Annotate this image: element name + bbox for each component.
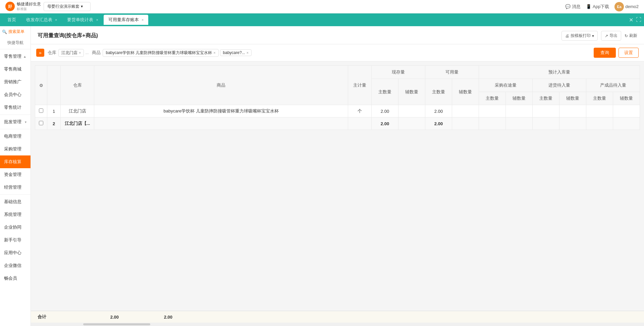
sidebar-item-vip[interactable]: 畅会员 bbox=[0, 272, 31, 285]
product-tag-1[interactable]: babycare?... × bbox=[220, 49, 252, 56]
user-area[interactable]: Ea demo2 bbox=[614, 2, 639, 11]
logo-icon: 好 bbox=[5, 2, 15, 11]
sidebar-item-marketing[interactable]: 营销推广 bbox=[0, 76, 31, 88]
sidebar-item-retail-mgmt[interactable]: 零售管理 ▲ bbox=[0, 50, 31, 63]
cell-unit: 个 bbox=[348, 105, 372, 118]
sidebar-search-label: 搜索菜单 bbox=[8, 29, 24, 35]
top-bar: 好 畅捷通好生意 标准版 母婴行业演示账套 ▾ 💬 消息 📱 App下载 Ea … bbox=[0, 0, 644, 13]
sidebar-item-ecommerce-label: 电商管理 bbox=[4, 133, 21, 139]
sidebar-item-member[interactable]: 会员中心 bbox=[0, 88, 31, 101]
download-btn[interactable]: 📱 App下载 bbox=[586, 4, 609, 10]
tab-order-stat[interactable]: 要货单统计表 × bbox=[62, 15, 103, 25]
tab-order-stat-label: 要货单统计表 bbox=[67, 17, 93, 23]
sidebar-item-ecommerce[interactable]: 电商管理 bbox=[0, 130, 31, 143]
sidebar-item-purchase[interactable]: 采购管理 bbox=[0, 143, 31, 155]
sidebar-item-enterprise[interactable]: 企业协同 bbox=[0, 221, 31, 234]
cell-purchase-aux bbox=[506, 105, 533, 118]
tab-receive-pay[interactable]: 收发存汇总表 × bbox=[21, 15, 62, 25]
sidebar-item-operations[interactable]: 经营管理 bbox=[0, 181, 31, 194]
th-settings[interactable]: ⚙ bbox=[35, 66, 47, 105]
table-row: 2 江北门店【... 2.00 2.00 bbox=[35, 118, 640, 130]
cell-checkbox-2[interactable] bbox=[35, 118, 47, 130]
settings-btn[interactable]: 设置 bbox=[619, 48, 639, 58]
sidebar-quick-nav[interactable]: 快捷导航 bbox=[0, 37, 31, 48]
cell-incoming-aux-2 bbox=[559, 118, 586, 130]
sidebar-item-inventory-label: 库存核算 bbox=[4, 159, 21, 165]
th-incoming-main: 主数量 bbox=[533, 92, 559, 105]
product-tag-0[interactable]: babycare学饮杯 儿童防摔防撞吸管杯重力球吸嘴杯宝宝水杯 × bbox=[103, 49, 218, 57]
industry-select[interactable]: 母婴行业演示账套 ▾ bbox=[44, 2, 91, 11]
sidebar-item-app-center[interactable]: 应用中心 bbox=[0, 246, 31, 259]
sidebar-item-newbie-label: 新手引导 bbox=[4, 237, 21, 243]
warehouse-tag-0[interactable]: 江北门店 × bbox=[58, 49, 84, 57]
th-product-in-main: 主数量 bbox=[586, 92, 613, 105]
sidebar-item-newbie[interactable]: 新手引导 bbox=[0, 234, 31, 246]
refresh-label: 刷新 bbox=[629, 33, 637, 39]
tab-avail-inv-close[interactable]: × bbox=[142, 18, 144, 22]
warehouse-filter-group: 仓库 江北门店 × ... bbox=[48, 49, 89, 57]
cell-incoming-main-2 bbox=[533, 118, 559, 130]
sidebar-quick-nav-label: 快捷导航 bbox=[7, 40, 23, 45]
logo-sub: 标准版 bbox=[17, 7, 41, 11]
content: 可用量查询(按仓库+商品) 🖨 按模板打印 ▾ ↗ 导出 ↻ 刷新 bbox=[31, 26, 644, 326]
footer-stock-main: 2.00 bbox=[92, 315, 119, 320]
sidebar-item-finance-label: 资金管理 bbox=[4, 172, 21, 178]
cell-incoming-aux bbox=[559, 105, 586, 118]
tab-order-stat-close[interactable]: × bbox=[96, 18, 98, 22]
sidebar-item-basics[interactable]: 基础信息 bbox=[0, 195, 31, 208]
sidebar-divider-4 bbox=[0, 194, 31, 195]
th-incoming-header: 进货待入量 bbox=[533, 79, 586, 92]
logo-text: 畅捷通好生意 bbox=[17, 2, 41, 6]
warehouse-tag-remove[interactable]: × bbox=[79, 51, 81, 55]
sidebar-item-wholesale-mgmt-label: 批发管理 bbox=[4, 119, 21, 125]
sidebar-item-finance[interactable]: 资金管理 bbox=[0, 168, 31, 181]
tab-receive-pay-label: 收发存汇总表 bbox=[26, 17, 52, 23]
th-avail-header: 可用量 bbox=[425, 66, 479, 79]
tab-avail-inv[interactable]: 可用量库存账本 × bbox=[104, 15, 148, 25]
print-label: 按模板打印 bbox=[571, 33, 591, 39]
export-icon: ↗ bbox=[605, 34, 608, 38]
cell-product-2 bbox=[94, 118, 348, 130]
tab-bar-actions: ✕ ⛶ bbox=[629, 17, 641, 23]
page-header: 可用量查询(按仓库+商品) 🖨 按模板打印 ▾ ↗ 导出 ↻ 刷新 bbox=[31, 26, 644, 44]
cell-purchase-main-2 bbox=[479, 118, 506, 130]
th-product-in-header: 产成品待入量 bbox=[586, 79, 640, 92]
sidebar-item-inventory[interactable]: 库存核算 bbox=[0, 155, 31, 168]
query-btn[interactable]: 查询 bbox=[594, 48, 616, 58]
warehouse-more-btn[interactable]: ... bbox=[85, 50, 89, 55]
scroll-thumb[interactable] bbox=[83, 323, 150, 325]
page-title: 可用量查询(按仓库+商品) bbox=[38, 32, 98, 39]
sidebar-item-operations-label: 经营管理 bbox=[4, 184, 21, 190]
cell-warehouse: 江北门店 bbox=[61, 105, 94, 118]
tab-close-all-icon[interactable]: ✕ bbox=[629, 17, 633, 23]
tab-maximize-icon[interactable]: ⛶ bbox=[636, 17, 641, 23]
cell-checkbox[interactable] bbox=[35, 105, 47, 118]
row-checkbox[interactable] bbox=[39, 108, 43, 113]
tab-receive-pay-close[interactable]: × bbox=[55, 18, 57, 22]
sidebar-item-retail-shop[interactable]: 零售商城 bbox=[0, 63, 31, 76]
footer-avail-main: 2.00 bbox=[146, 315, 172, 320]
product-tag-0-remove[interactable]: × bbox=[213, 51, 215, 55]
expand-filter-btn[interactable]: » bbox=[36, 49, 44, 57]
sidebar-item-enterprise-wechat[interactable]: 企业微信 bbox=[0, 259, 31, 272]
message-btn[interactable]: 💬 消息 bbox=[565, 4, 581, 10]
sidebar-item-system-label: 系统管理 bbox=[4, 212, 21, 218]
product-tag-1-remove[interactable]: × bbox=[247, 51, 249, 55]
th-seq bbox=[47, 66, 61, 105]
cell-avail-aux bbox=[452, 105, 479, 118]
sidebar-item-wholesale-mgmt[interactable]: 批发管理 ▾ bbox=[0, 115, 31, 128]
print-btn[interactable]: 🖨 按模板打印 ▾ bbox=[561, 31, 598, 41]
tab-home[interactable]: 首页 bbox=[3, 15, 21, 25]
sidebar-search[interactable]: 🔍 搜索菜单 bbox=[0, 26, 31, 37]
sidebar-item-retail-stat[interactable]: 零售统计 bbox=[0, 101, 31, 114]
sidebar-divider-2 bbox=[0, 114, 31, 115]
sidebar-item-system[interactable]: 系统管理 bbox=[0, 208, 31, 221]
row-checkbox-2[interactable] bbox=[39, 121, 43, 125]
message-label: 消息 bbox=[572, 4, 581, 10]
refresh-btn[interactable]: ↻ 刷新 bbox=[625, 33, 637, 39]
sidebar-item-enterprise-label: 企业协同 bbox=[4, 224, 21, 230]
cell-product-in-aux-2 bbox=[613, 118, 640, 130]
horizontal-scrollbar[interactable] bbox=[31, 323, 644, 326]
cell-avail-main-2: 2.00 bbox=[425, 118, 452, 130]
export-btn[interactable]: ↗ 导出 bbox=[601, 31, 621, 41]
